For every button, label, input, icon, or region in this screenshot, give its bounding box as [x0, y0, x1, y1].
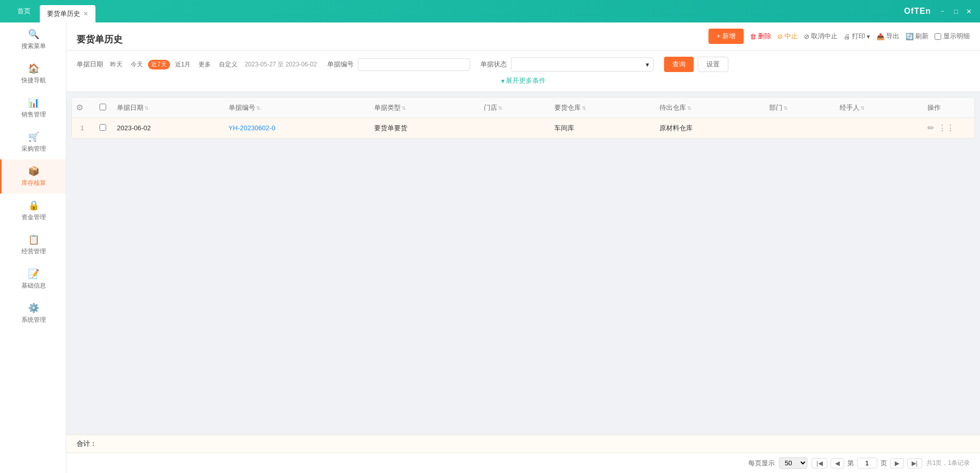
display-detail-toggle[interactable]: 显示明细: [935, 32, 970, 41]
date-btn-today[interactable]: 今天: [128, 60, 146, 69]
cancel-stop-button[interactable]: ⊘ 取消中止: [804, 32, 838, 41]
search-icon: 🔍: [28, 29, 39, 40]
stop-button[interactable]: ⊘ 中止: [777, 32, 798, 41]
sidebar-item-finance[interactable]: 🔒 资金管理: [0, 194, 66, 228]
finance-icon: 🔒: [28, 200, 39, 211]
row-req-warehouse: 车间库: [550, 118, 656, 138]
main-table: ⚙ 单据日期⇅ 单据编号⇅ 单据类型⇅ 门店⇅ 要货仓库⇅ 待出仓库: [72, 98, 974, 138]
refresh-icon: 🔄: [905, 33, 914, 40]
th-date: 单据日期⇅: [113, 98, 225, 118]
bill-no-input[interactable]: [358, 58, 470, 71]
date-btn-7days[interactable]: 近7天: [148, 60, 170, 69]
display-detail-checkbox[interactable]: [935, 33, 941, 40]
th-pending-warehouse: 待出仓库⇅: [655, 98, 765, 118]
filter-row-2: ▾ 展开更多条件: [77, 76, 970, 85]
table-header: ⚙ 单据日期⇅ 单据编号⇅ 单据类型⇅ 门店⇅ 要货仓库⇅ 待出仓库: [72, 98, 974, 118]
row-bill-no-link[interactable]: YH-20230602-0: [229, 124, 276, 132]
sort-handler-icon[interactable]: ⇅: [861, 105, 865, 111]
print-button[interactable]: 🖨 打印 ▾: [844, 32, 870, 41]
delete-button[interactable]: 🗑 删除: [750, 32, 771, 41]
sidebar-item-search[interactable]: 🔍 搜索菜单: [0, 22, 66, 57]
sort-billno-icon[interactable]: ⇅: [256, 105, 260, 111]
bill-status-filter: 单据状态 ▾: [480, 57, 654, 72]
th-handler: 经手人⇅: [836, 98, 923, 118]
filter-row-1: 单据日期 昨天 今天 近7天 近1月 更多 自定义 2023-05-27 至 2…: [77, 57, 970, 72]
row-store: [480, 118, 550, 138]
sidebar-item-quick-nav[interactable]: 🏠 快捷导航: [0, 57, 66, 91]
system-icon: ⚙️: [28, 302, 39, 314]
th-operation: 操作: [923, 98, 974, 118]
bill-status-select[interactable]: ▾: [511, 57, 654, 72]
sidebar-label-operations: 经营管理: [21, 247, 46, 256]
sidebar-item-system[interactable]: ⚙️ 系统管理: [0, 296, 66, 330]
th-checkbox: [92, 98, 113, 118]
purchase-icon: 🛒: [28, 131, 39, 143]
date-btn-yesterday[interactable]: 昨天: [107, 60, 126, 69]
row-checkbox[interactable]: [100, 124, 106, 131]
page-header: 要货单历史 + 新增 🗑 删除 ⊘ 中止 ⊘ 取消中止: [66, 22, 980, 51]
tab-requisition-history[interactable]: 要货单历史 ✕: [40, 5, 95, 22]
select-all-checkbox[interactable]: [100, 104, 106, 110]
sidebar-item-sales[interactable]: 📊 销售管理: [0, 91, 66, 125]
expand-filter-button[interactable]: ▾ 展开更多条件: [501, 76, 546, 85]
sidebar-item-inventory[interactable]: 📦 库存核算: [0, 159, 66, 194]
prev-page-btn[interactable]: ◀: [830, 458, 844, 468]
sort-reqwh-icon[interactable]: ⇅: [582, 105, 586, 111]
date-range-display: 2023-05-27 至 2023-06-02: [244, 60, 316, 69]
bill-no-label: 单据编号: [327, 60, 354, 69]
print-icon: 🖨: [844, 33, 850, 40]
stop-icon: ⊘: [777, 33, 783, 40]
top-bar-right: OfTEn － □ ✕: [904, 7, 972, 16]
settings-button[interactable]: 设置: [698, 57, 728, 72]
minimize-btn[interactable]: －: [939, 7, 946, 16]
tab-close-icon[interactable]: ✕: [83, 10, 88, 17]
sidebar-label-quick-nav: 快捷导航: [21, 76, 46, 85]
edit-icon[interactable]: ✏: [927, 123, 934, 133]
operations-icon: 📋: [28, 234, 39, 245]
sort-date-icon[interactable]: ⇅: [144, 105, 149, 111]
chevron-down-icon: ▾: [646, 61, 649, 68]
date-btn-custom[interactable]: 自定义: [216, 60, 240, 69]
query-button[interactable]: 查询: [664, 57, 694, 72]
tab-home[interactable]: 首页: [8, 0, 40, 22]
sidebar-label-purchase: 采购管理: [21, 145, 46, 153]
table-settings-icon[interactable]: ⚙: [76, 103, 83, 112]
export-button[interactable]: 📤 导出: [876, 32, 899, 41]
row-num: 1: [72, 118, 92, 138]
first-page-btn[interactable]: |◀: [812, 458, 827, 468]
new-button[interactable]: + 新增: [708, 29, 744, 44]
next-page-btn[interactable]: ▶: [890, 458, 904, 468]
sidebar-label-system: 系统管理: [21, 316, 46, 324]
restore-btn[interactable]: □: [954, 8, 958, 15]
th-req-warehouse: 要货仓库⇅: [550, 98, 656, 118]
page-size-select[interactable]: 50 20 100 200: [779, 457, 807, 469]
date-btn-more[interactable]: 更多: [195, 60, 214, 69]
th-department: 部门⇅: [765, 98, 836, 118]
print-dropdown-icon: ▾: [867, 33, 870, 40]
date-btn-1month[interactable]: 近1月: [172, 60, 194, 69]
sidebar-item-basic-info[interactable]: 📝 基础信息: [0, 262, 66, 296]
table-area: ⚙ 单据日期⇅ 单据编号⇅ 单据类型⇅ 门店⇅ 要货仓库⇅ 待出仓库: [66, 92, 980, 435]
date-filter: 单据日期 昨天 今天 近7天 近1月 更多 自定义 2023-05-27 至 2…: [77, 60, 317, 69]
sort-pendwh-icon[interactable]: ⇅: [687, 105, 691, 111]
brand-label: OfTEn: [904, 7, 931, 16]
data-table: ⚙ 单据日期⇅ 单据编号⇅ 单据类型⇅ 门店⇅ 要货仓库⇅ 待出仓库: [71, 97, 975, 139]
row-actions: ✏ ⋮⋮: [923, 118, 974, 138]
sort-dept-icon[interactable]: ⇅: [783, 105, 788, 111]
sort-billtype-icon[interactable]: ⇅: [402, 105, 406, 111]
refresh-button[interactable]: 🔄 刷新: [905, 32, 928, 41]
sidebar-item-purchase[interactable]: 🛒 采购管理: [0, 125, 66, 159]
sales-icon: 📊: [28, 97, 39, 108]
date-filter-label: 单据日期: [77, 60, 103, 69]
more-icon[interactable]: ⋮⋮: [938, 123, 954, 133]
main-area: 🔍 搜索菜单 🏠 快捷导航 📊 销售管理 🛒 采购管理 📦 库存核算 🔒: [0, 22, 980, 473]
pagination-bar: 每页显示 50 20 100 200 |◀ ◀ 第 页 ▶ ▶| 共1页，1条记…: [66, 453, 980, 473]
page-number-input[interactable]: [857, 458, 877, 468]
close-btn[interactable]: ✕: [966, 8, 972, 15]
sort-store-icon[interactable]: ⇅: [498, 105, 502, 111]
last-page-btn[interactable]: ▶|: [907, 458, 922, 468]
tab-list: 首页 要货单历史 ✕: [8, 0, 95, 22]
sidebar-item-operations[interactable]: 📋 经营管理: [0, 228, 66, 262]
bill-status-label: 单据状态: [480, 60, 507, 69]
sidebar: 🔍 搜索菜单 🏠 快捷导航 📊 销售管理 🛒 采购管理 📦 库存核算 🔒: [0, 22, 66, 473]
